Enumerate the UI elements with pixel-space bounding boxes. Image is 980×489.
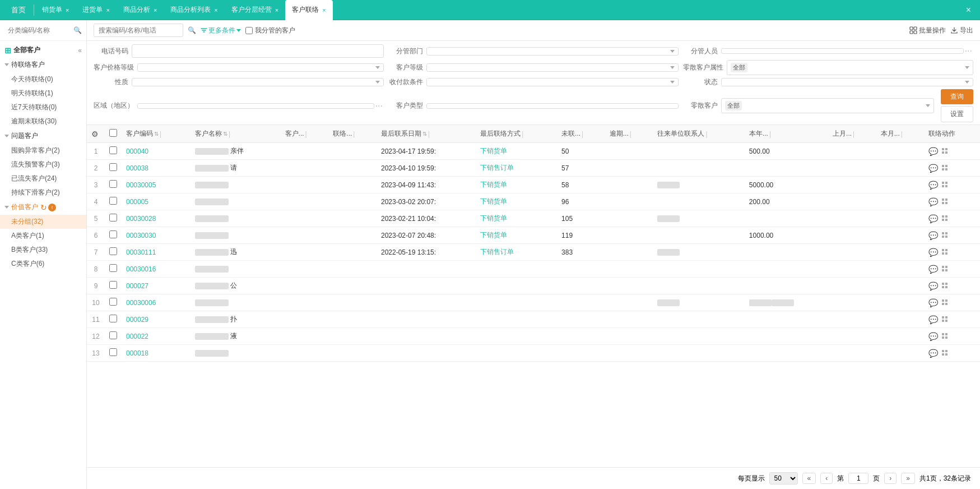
col-handle-this-month[interactable]: |	[901, 130, 903, 138]
nav-close-all[interactable]: ×	[962, 5, 976, 15]
select-all-checkbox[interactable]	[109, 129, 117, 137]
close-customer-contact-tab[interactable]: ×	[322, 7, 326, 13]
cell-check[interactable]	[105, 193, 122, 210]
filter-retail-select[interactable]: 全部	[721, 98, 934, 113]
nav-tab-purchase[interactable]: 进货单 ×	[76, 0, 116, 20]
grid-action-icon[interactable]	[941, 181, 948, 190]
next-page-button[interactable]: ›	[884, 473, 897, 484]
filter-region-dots[interactable]: ···	[374, 101, 384, 111]
problem-section-header[interactable]: 问题客户	[0, 128, 86, 144]
more-conditions-button[interactable]: 更多条件	[201, 26, 241, 35]
col-handle-last-type[interactable]: |	[522, 130, 523, 138]
row-checkbox-8[interactable]	[109, 281, 117, 289]
filter-search-input[interactable]	[94, 24, 183, 37]
col-handle-uncontacted[interactable]: |	[582, 130, 583, 138]
close-sales-tab[interactable]: ×	[66, 7, 69, 13]
close-analysis-tab[interactable]: ×	[154, 7, 157, 13]
grid-action-icon[interactable]	[941, 197, 948, 206]
col-handle-name[interactable]: |	[229, 130, 230, 138]
pending-section-header[interactable]: 待联络客户	[0, 57, 86, 72]
col-handle-year[interactable]: |	[769, 130, 771, 138]
chat-icon[interactable]: 💬	[928, 265, 938, 274]
close-analysis-list-tab[interactable]: ×	[214, 7, 217, 13]
chat-icon[interactable]: 💬	[928, 298, 938, 307]
last-page-button[interactable]: »	[901, 473, 915, 484]
chat-icon[interactable]: 💬	[928, 164, 938, 173]
filter-search-button[interactable]: 🔍	[188, 26, 196, 34]
row-checkbox-2[interactable]	[109, 180, 117, 188]
row-checkbox-1[interactable]	[109, 163, 117, 171]
col-handle-partner[interactable]: |	[705, 130, 707, 138]
filter-region-select[interactable]	[137, 103, 374, 109]
cell-check[interactable]	[105, 244, 122, 261]
filter-cust-type-select[interactable]	[426, 103, 679, 109]
grid-action-icon[interactable]	[941, 248, 948, 257]
cell-check[interactable]	[105, 261, 122, 278]
col-handle-date[interactable]: |	[428, 130, 430, 138]
cell-check[interactable]	[105, 328, 122, 345]
chat-icon[interactable]: 💬	[928, 231, 938, 240]
reset-button[interactable]: 设置	[941, 106, 973, 122]
filter-cust-level-select[interactable]	[426, 63, 679, 72]
customer-code-link[interactable]: 00030030	[126, 232, 156, 239]
customer-code-link[interactable]: 000029	[126, 316, 148, 324]
nav-tab-sales[interactable]: 销货单 ×	[35, 0, 76, 20]
cell-check[interactable]	[105, 345, 122, 362]
sidebar-item-class-a[interactable]: A类客户(1)	[0, 229, 86, 243]
sidebar-item-class-c[interactable]: C类客户(6)	[0, 257, 86, 271]
my-customers-checkbox[interactable]: 我分管的客户	[245, 26, 295, 35]
customer-code-link[interactable]: 000005	[126, 198, 148, 206]
nav-tab-customer-segment[interactable]: 客户分层经营 ×	[225, 0, 285, 20]
my-customers-check[interactable]	[245, 27, 253, 34]
export-button[interactable]: 导出	[950, 26, 973, 35]
query-button[interactable]: 查询	[941, 89, 973, 104]
filter-nature-select[interactable]	[132, 78, 384, 86]
cell-check[interactable]	[105, 311, 122, 328]
sidebar-search-input[interactable]	[4, 25, 71, 36]
filter-retail-attr-select[interactable]: 全部	[727, 60, 973, 75]
col-handle-contact[interactable]: |	[353, 130, 355, 138]
row-checkbox-4[interactable]	[109, 214, 117, 222]
sort-name-icon[interactable]: ⇅	[223, 131, 227, 137]
cell-check[interactable]	[105, 177, 122, 193]
customer-code-link[interactable]: 000038	[126, 164, 148, 172]
customer-code-link[interactable]: 000018	[126, 349, 148, 357]
th-settings[interactable]: ⚙	[87, 125, 105, 143]
chat-icon[interactable]: 💬	[928, 248, 938, 257]
first-page-button[interactable]: «	[802, 473, 816, 484]
sidebar-item-churn-warning[interactable]: 流失预警客户(3)	[0, 158, 86, 172]
grid-action-icon[interactable]	[941, 282, 948, 290]
grid-action-icon[interactable]	[941, 349, 948, 358]
customer-code-link[interactable]: 00030006	[126, 299, 156, 307]
sidebar-item-declining[interactable]: 持续下滑客户(2)	[0, 186, 86, 200]
filter-status-select[interactable]	[721, 78, 973, 86]
col-handle-code[interactable]: |	[160, 130, 161, 138]
batch-op-button[interactable]: 批量操作	[909, 26, 946, 35]
filter-phone-input[interactable]	[132, 44, 384, 58]
row-checkbox-10[interactable]	[109, 315, 117, 322]
chat-icon[interactable]: 💬	[928, 315, 938, 324]
row-checkbox-12[interactable]	[109, 348, 117, 356]
value-refresh-icon[interactable]: ↻	[40, 203, 47, 212]
per-page-select[interactable]: 50 100 200	[769, 472, 798, 485]
cell-check[interactable]	[105, 278, 122, 294]
all-customers-title[interactable]: ⊞ 全部客户 «	[0, 41, 86, 57]
close-customer-segment-tab[interactable]: ×	[275, 7, 278, 13]
contact-type-link[interactable]: 下销货单	[480, 214, 507, 222]
chat-icon[interactable]: 💬	[928, 181, 938, 190]
contact-type-link[interactable]: 下销货单	[480, 231, 507, 239]
cell-check[interactable]	[105, 160, 122, 177]
row-checkbox-7[interactable]	[109, 264, 117, 272]
grid-action-icon[interactable]	[941, 332, 948, 341]
contact-type-link[interactable]: 下销货单	[480, 197, 507, 205]
chat-icon[interactable]: 💬	[928, 332, 938, 341]
contact-type-link[interactable]: 下销售订单	[480, 248, 514, 256]
cell-check[interactable]	[105, 227, 122, 244]
value-section-header[interactable]: 价值客户 ↻ !	[0, 200, 86, 215]
sidebar-item-hoarding[interactable]: 囤购异常客户(2)	[0, 144, 86, 158]
sort-code-icon[interactable]: ⇅	[154, 131, 159, 137]
sort-date-icon[interactable]: ⇅	[422, 131, 427, 137]
sidebar-search-icon[interactable]: 🔍	[73, 26, 82, 34]
prev-page-button[interactable]: ‹	[820, 473, 833, 484]
all-customers-collapse[interactable]: «	[78, 47, 82, 54]
